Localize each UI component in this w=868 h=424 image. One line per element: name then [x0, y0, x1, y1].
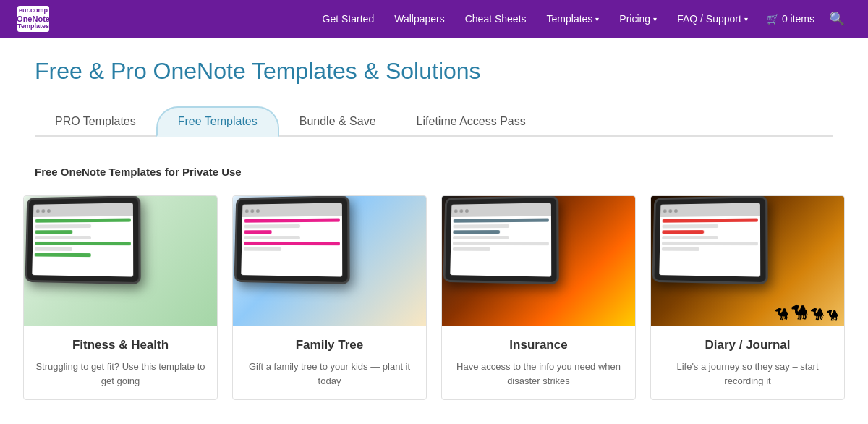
tab-pro-templates[interactable]: PRO Templates: [35, 108, 156, 135]
card-fitness[interactable]: Fitness & Health Struggling to get fit? …: [23, 195, 218, 400]
templates-chevron-icon: ▾: [595, 15, 599, 23]
card-content-family: Family Tree Gift a family tree to your k…: [233, 326, 426, 399]
nav-link-wallpapers[interactable]: Wallpapers: [384, 0, 455, 38]
section-title: Free OneNote Templates for Private Use: [0, 166, 868, 178]
camel-icon-4: 🐪: [826, 309, 838, 321]
card-content-diary: Diary / Journal Life's a journey so they…: [651, 326, 844, 399]
tab-free-templates[interactable]: Free Templates: [156, 106, 279, 137]
tablet-mockup-family: [234, 196, 350, 284]
card-title-insurance: Insurance: [454, 338, 624, 352]
tablet-mockup-insurance: [443, 196, 559, 284]
cards-grid: Fitness & Health Struggling to get fit? …: [0, 195, 868, 423]
camel-silhouettes: 🐪 🐪 🐪 🐪: [775, 303, 838, 321]
hero-section: Free & Pro OneNote Templates & Solutions…: [0, 38, 868, 166]
nav-item-templates[interactable]: Templates ▾: [537, 0, 610, 38]
card-image-fitness: [24, 196, 217, 326]
navigation: eur.comp OneNote Templates Get Started W…: [0, 0, 868, 38]
tablet-mockup-fitness: [25, 196, 141, 284]
nav-links: Get Started Wallpapers Cheat Sheets Temp…: [312, 0, 758, 38]
cart-count: 0 items: [782, 13, 814, 25]
nav-item-wallpapers[interactable]: Wallpapers: [384, 0, 455, 38]
card-content-insurance: Insurance Have access to the info you ne…: [442, 326, 635, 399]
nav-item-pricing[interactable]: Pricing ▾: [609, 0, 667, 38]
card-title-family: Family Tree: [244, 338, 414, 352]
card-content-fitness: Fitness & Health Struggling to get fit? …: [24, 326, 217, 399]
nav-link-cheat-sheets[interactable]: Cheat Sheets: [455, 0, 537, 38]
card-desc-diary: Life's a journey so they say – start rec…: [663, 360, 833, 388]
camel-icon-1: 🐪: [775, 307, 789, 321]
search-icon: 🔍: [829, 12, 845, 26]
card-desc-family: Gift a family tree to your kids — plant …: [244, 360, 414, 388]
tab-lifetime-access[interactable]: Lifetime Access Pass: [396, 108, 546, 135]
cart-icon: 🛒: [767, 13, 779, 25]
card-image-diary: 🐪 🐪 🐪 🐪: [651, 196, 844, 326]
tab-bar: PRO Templates Free Templates Bundle & Sa…: [35, 105, 833, 137]
card-family[interactable]: Family Tree Gift a family tree to your k…: [232, 195, 427, 400]
page-title: Free & Pro OneNote Templates & Solutions: [35, 58, 833, 85]
nav-link-faq[interactable]: FAQ / Support ▾: [667, 0, 758, 38]
logo[interactable]: eur.comp OneNote Templates: [17, 6, 49, 32]
card-diary[interactable]: 🐪 🐪 🐪 🐪 Diary / Journal Life's a journey…: [650, 195, 845, 400]
card-title-fitness: Fitness & Health: [35, 338, 205, 352]
tab-bundle-save[interactable]: Bundle & Save: [279, 108, 396, 135]
tablet-mockup-diary: [652, 196, 768, 284]
card-title-diary: Diary / Journal: [663, 338, 833, 352]
card-desc-insurance: Have access to the info you need when di…: [454, 360, 624, 388]
camel-icon-2: 🐪: [791, 303, 809, 321]
card-insurance[interactable]: Insurance Have access to the info you ne…: [441, 195, 636, 400]
nav-item-get-started[interactable]: Get Started: [312, 0, 385, 38]
nav-item-faq[interactable]: FAQ / Support ▾: [667, 0, 758, 38]
nav-link-pricing[interactable]: Pricing ▾: [609, 0, 667, 38]
nav-link-get-started[interactable]: Get Started: [312, 0, 385, 38]
cart-button[interactable]: 🛒 0 items: [758, 13, 823, 25]
search-button[interactable]: 🔍: [823, 11, 851, 27]
card-desc-fitness: Struggling to get fit? Use this template…: [35, 360, 205, 388]
pricing-chevron-icon: ▾: [653, 15, 657, 23]
card-image-insurance: [442, 196, 635, 326]
nav-link-templates[interactable]: Templates ▾: [537, 0, 610, 38]
card-image-family: [233, 196, 426, 326]
nav-item-cheat-sheets[interactable]: Cheat Sheets: [455, 0, 537, 38]
faq-chevron-icon: ▾: [744, 15, 748, 23]
camel-icon-3: 🐪: [810, 307, 825, 321]
logo-icon: eur.comp OneNote Templates: [17, 6, 49, 32]
